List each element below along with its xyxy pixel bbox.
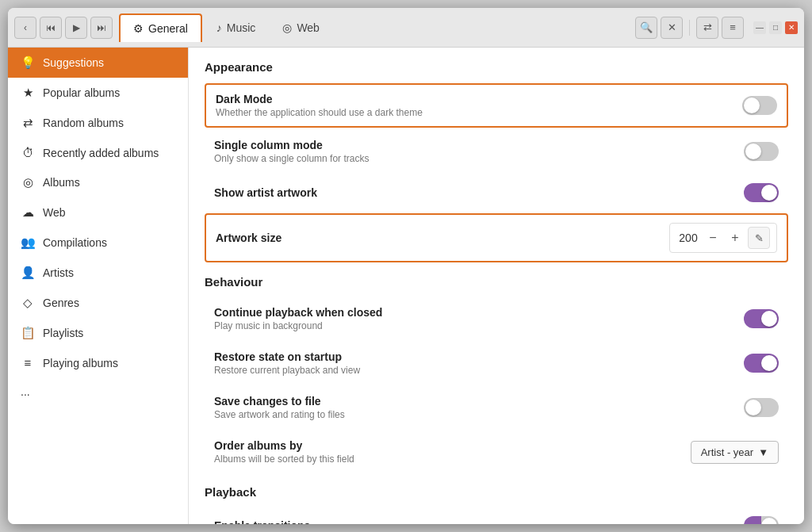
back-icon: ‹ [24,22,27,33]
artwork-size-plus-button[interactable]: + [726,228,745,247]
arrows-icon: ⇄ [703,21,712,33]
artwork-size-edit-button[interactable]: ✎ [748,227,770,249]
sidebar-item-suggestions[interactable]: 💡 Suggestions [8,48,188,78]
random-albums-icon: ⇄ [21,116,35,130]
maximize-button[interactable]: □ [769,21,782,34]
sidebar-item-more[interactable]: ... [8,377,188,406]
restore-state-row: Restore state on startup Restore current… [205,343,788,384]
dark-mode-text: Dark Mode Whether the application should… [216,93,742,118]
hamburger-icon: ≡ [730,21,736,33]
tab-general[interactable]: ⚙ General [119,13,202,42]
minimize-button[interactable]: — [753,21,766,34]
restore-state-text: Restore state on startup Restore current… [214,350,744,376]
single-column-title: Single column mode [214,139,744,151]
restore-state-toggle[interactable] [744,354,779,373]
show-artist-track[interactable] [744,183,779,202]
sidebar-item-playing-albums[interactable]: ≡ Playing albums [8,348,188,377]
play-button[interactable]: ▶ [65,17,87,39]
popular-albums-label: Popular albums [43,86,120,99]
skip-forward-button[interactable]: ⏭ [90,17,113,39]
sidebar-item-recently-added[interactable]: ⏱ Recently added albums [8,138,188,167]
order-albums-row: Order albums by Albums will be sorted by… [205,431,788,473]
settings-panel: Appearance Dark Mode Whether the applica… [189,48,804,524]
sidebar-item-random-albums[interactable]: ⇄ Random albums [8,108,188,138]
restore-state-track[interactable] [744,354,779,373]
title-bar-left: ‹ ⏮ ▶ ⏭ [14,17,113,39]
order-albums-title: Order albums by [214,439,691,452]
save-changes-toggle[interactable] [744,398,779,417]
artwork-size-value: 200 [676,232,700,244]
close-tab-button[interactable]: ✕ [661,17,683,39]
enable-transitions-row: Enable transitions [205,508,788,524]
restore-state-title: Restore state on startup [214,350,744,363]
dark-mode-track[interactable] [742,96,777,115]
hamburger-button[interactable]: ≡ [722,17,744,39]
more-label: ... [21,385,30,398]
web-icon: ☁ [21,205,35,220]
separator [689,20,690,36]
sidebar-item-albums[interactable]: ◎ Albums [8,167,188,197]
continue-playback-title: Continue playback when closed [214,306,744,319]
save-changes-track[interactable] [744,398,779,417]
close-window-button[interactable]: ✕ [785,21,798,34]
web-tab-label: Web [297,21,320,34]
sidebar-item-popular-albums[interactable]: ★ Popular albums [8,78,188,108]
popular-albums-icon: ★ [21,86,35,100]
show-artist-title: Show artist artwork [214,186,744,199]
sidebar-item-artists[interactable]: 👤 Artists [8,258,188,288]
continue-playback-toggle[interactable] [744,309,779,328]
music-tab-label: Music [227,21,256,34]
skip-forward-icon: ⏭ [97,22,106,33]
appearance-section: Appearance Dark Mode Whether the applica… [205,60,788,262]
dropdown-arrow-icon: ▼ [758,446,768,458]
menu-extra-button[interactable]: ⇄ [696,17,718,39]
show-artist-thumb [761,185,777,201]
dark-mode-toggle[interactable] [742,96,777,115]
enable-transitions-title: Enable transitions [214,519,744,524]
back-button[interactable]: ‹ [14,17,36,39]
single-column-toggle[interactable] [744,142,779,161]
title-bar: ‹ ⏮ ▶ ⏭ ⚙ General ♪ Music ◎ Web [8,8,804,48]
playing-albums-icon: ≡ [21,356,35,369]
app-window: ‹ ⏮ ▶ ⏭ ⚙ General ♪ Music ◎ Web [8,8,804,524]
single-column-thumb [745,144,761,159]
playback-title: Playback [205,485,788,499]
order-albums-value: Artist - year [701,446,753,458]
sidebar-item-genres[interactable]: ◇ Genres [8,288,188,318]
single-column-track[interactable] [744,142,779,161]
save-changes-desc: Save artwork and rating to files [214,409,744,420]
order-albums-dropdown[interactable]: Artist - year ▼ [691,441,779,464]
search-button[interactable]: 🔍 [635,17,657,39]
artwork-size-row: Artwork size 200 − + ✎ [205,213,788,262]
web-label: Web [43,206,66,219]
save-changes-row: Save changes to file Save artwork and ra… [205,387,788,428]
enable-transitions-track[interactable] [744,516,779,524]
restore-state-desc: Restore current playback and view [214,365,744,376]
enable-transitions-toggle[interactable] [744,516,779,524]
window-controls: — □ ✕ [753,21,798,34]
show-artist-row: Show artist artwork [205,175,788,210]
play-icon: ▶ [73,22,80,33]
continue-playback-thumb [761,311,777,327]
continue-playback-row: Continue playback when closed Play music… [205,298,788,339]
skip-back-button[interactable]: ⏮ [40,17,62,39]
continue-playback-track[interactable] [744,309,779,328]
sidebar-item-web[interactable]: ☁ Web [8,197,188,228]
sidebar-item-playlists[interactable]: 📋 Playlists [8,318,188,348]
dark-mode-desc: Whether the application should use a dar… [216,107,742,118]
skip-back-icon: ⏮ [46,22,56,33]
tab-music[interactable]: ♪ Music [204,13,269,42]
continue-playback-desc: Play music in background [214,320,744,331]
main-content: 💡 Suggestions ★ Popular albums ⇄ Random … [8,48,804,524]
artists-label: Artists [43,266,74,279]
order-albums-desc: Albums will be sorted by this field [214,454,691,465]
artwork-size-text: Artwork size [216,232,669,244]
sidebar-item-compilations[interactable]: 👥 Compilations [8,228,188,258]
restore-state-thumb [761,355,777,371]
tab-web[interactable]: ◎ Web [270,13,332,42]
artwork-size-minus-button[interactable]: − [703,228,722,247]
music-tab-icon: ♪ [216,21,222,34]
suggestions-label: Suggestions [43,56,104,69]
enable-transitions-thumb [761,518,777,524]
show-artist-toggle[interactable] [744,183,779,202]
